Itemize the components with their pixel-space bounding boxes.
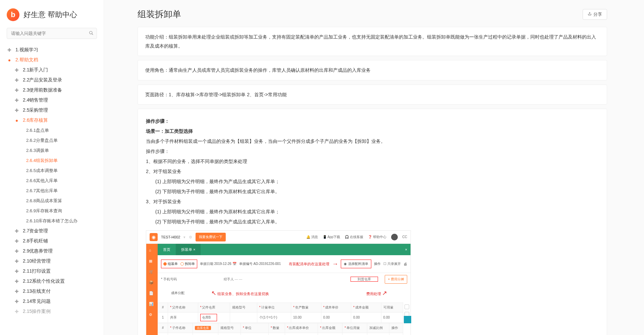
nav-label: 2.6.10库存账本错了怎么办 (26, 218, 77, 224)
nav-tree: ✚1.视频学习 ●2.帮助文档 ✚2.1新手入门 ✚2.2产品安装及登录 ✚2.… (7, 45, 97, 317)
td: 0.00 (318, 333, 342, 335)
ss-tab-doc: 拆装单 × (176, 244, 201, 255)
nav-2-6-5[interactable]: 2.6.5成本调整单 (7, 166, 97, 176)
svg-point-0 (90, 31, 92, 34)
nav-2-6-8[interactable]: 2.6.8商品成本重算 (7, 196, 97, 206)
nav-2-1[interactable]: ✚2.1新手入门 (7, 65, 97, 75)
nav-label: 2.11打印设置 (23, 268, 51, 274)
nav-label: 2.帮助文档 (15, 57, 38, 63)
th: 成本金额 (351, 303, 381, 313)
minus-icon: ● (14, 118, 19, 123)
td: 用品 1 (168, 333, 193, 335)
td: 0.00 (321, 313, 351, 323)
page-title: 组装拆卸单 (138, 8, 181, 20)
plus-icon: ✚ (14, 88, 19, 93)
nav-label: 2.10经营管理 (23, 258, 51, 264)
intro-text: 组装拆卸单用来处理企业组装或拆卸等加工业务，支持有固定装配清单的产品加工业务，也… (145, 34, 596, 49)
nav-2-6-6[interactable]: 2.6.6其他入库单 (7, 176, 97, 186)
ss-child-table: # 子件名称 出库仓库 规格型号 单位 数量 出库成本单价 出库金额 单位用量 (158, 323, 403, 335)
th: 操作 (389, 323, 403, 333)
td: 仓库B (200, 314, 217, 321)
nav-2-9[interactable]: ✚2.9优惠券管理 (7, 246, 97, 256)
ss-ops: 操作 (374, 261, 381, 267)
nav-2-6-10[interactable]: 2.6.10库存账本错了怎么办 (7, 216, 97, 226)
steps-sub: 操作步骤： (146, 147, 599, 156)
nav-2-15[interactable]: ✚2.15操作案例 (7, 306, 97, 317)
th: 加减比例 (367, 323, 389, 333)
th: 父件名称 (168, 303, 198, 313)
nav-2-4[interactable]: ✚2.4销售管理 (7, 95, 97, 105)
doc-icon: 📄 (149, 289, 155, 295)
nav-2-6-2[interactable]: 2.6.2分量盘点单 (7, 135, 97, 146)
nav-label: 2.12系统个性化设置 (23, 278, 65, 284)
close-icon: × (402, 244, 411, 255)
nav-2-5[interactable]: ✚2.5采购管理 (7, 105, 97, 115)
step3b: (2) 下部明细为子件明细，最终作为产成品生成其它入库单。 (146, 217, 599, 226)
ss-user: CC (402, 234, 407, 240)
ss-date-label: 单据日期 (200, 262, 213, 266)
nav-2-8[interactable]: ✚2.8手机旺铺 (7, 236, 97, 246)
nav-docs[interactable]: ●2.帮助文档 (7, 55, 97, 65)
nav-2-2[interactable]: ✚2.2产品安装及登录 (7, 75, 97, 85)
th: 计量单位 (257, 303, 291, 313)
nav-label: 2.6库存核算 (23, 117, 48, 123)
sidebar: b 好生意 帮助中心 ✚1.视频学习 ●2.帮助文档 ✚2.1新手入门 ✚2.2… (0, 0, 104, 335)
plus-icon: ✚ (14, 289, 19, 294)
share-button[interactable]: 分享 (583, 9, 607, 20)
nav-2-6-9[interactable]: 2.6.9库存账本查询 (7, 206, 97, 216)
grid-icon: ▦ (149, 257, 155, 263)
nav-2-10[interactable]: ✚2.10经营管理 (7, 256, 97, 266)
th: 出库成本单价 (285, 323, 318, 333)
path-label: 页面路径： (145, 92, 169, 97)
intro-label: 功能介绍： (145, 34, 169, 40)
nav-2-6-4[interactable]: 2.6.4组装拆卸单 (7, 156, 97, 166)
nav-2-6-7[interactable]: 2.6.7其他出库单 (7, 186, 97, 196)
nav-2-14[interactable]: ✚2.14常见问题 (7, 296, 97, 306)
ss-msg: 🔔 消息 (306, 234, 318, 240)
ss-tab-home: 首页 (158, 244, 176, 255)
ss-date-val: 2019-12-26 (214, 262, 231, 266)
embedded-screenshot: ◉ TEST-H002 ▾ ⚙ 我要免费试一下 🔔 消息 📱 App下载 🎧 在… (146, 230, 599, 335)
nav-video[interactable]: ✚1.视频学习 (7, 45, 97, 55)
ss-tabs: 首页 拆装单 × × (158, 244, 411, 255)
tool-icon (405, 304, 409, 309)
th: 成本单价 (321, 303, 351, 313)
nav-2-13[interactable]: ✚2.13在线支付 (7, 286, 97, 296)
nav-label: 2.6.5成本调整单 (26, 168, 58, 174)
share-label: 分享 (593, 11, 602, 17)
nav-label: 2.4销售管理 (23, 97, 48, 103)
nav-2-6-3[interactable]: 2.6.3调拨单 (7, 146, 97, 156)
step3: 3、对于拆装业务 (146, 197, 599, 206)
box-icon: 📦 (149, 279, 155, 285)
th: 单位用量 (342, 323, 367, 333)
nav-2-12[interactable]: ✚2.12系统个性化设置 (7, 276, 97, 286)
nav-2-3[interactable]: ✚2.3使用前数据准备 (7, 85, 97, 95)
ss-toolbar: 组装单 拆卸单 单据日期 2019-12-26 📅 单据编号 AD-201912… (158, 255, 411, 273)
ss-annot-mid: ↖ 组装业务、拆卸业务在这里切换 (211, 287, 269, 299)
ss-no-val: AD-20191226-001 (254, 262, 281, 266)
nav-label: 2.13在线支付 (23, 288, 51, 294)
intro-card: 功能介绍：组装拆卸单用来处理企业组装或拆卸等加工业务，支持有固定装配清单的产品加… (138, 27, 607, 56)
plus-icon: ✚ (14, 259, 19, 264)
ss-logo-icon: ◉ (150, 233, 158, 241)
scene-desc: 当由多个子件材料组装成一个成品的业务为【组装】业务，当由一个父件拆分成多个子产品… (146, 136, 599, 146)
search-icon[interactable] (89, 31, 94, 36)
nav-2-7[interactable]: ✚2.7资金管理 (7, 226, 97, 236)
nav-label: 2.6.2分量盘点单 (26, 137, 58, 144)
nav-2-11[interactable]: ✚2.11打印设置 (7, 266, 97, 276)
td: 20.00 (269, 333, 285, 335)
ss-side-icons (403, 302, 411, 335)
nav-label: 2.6.3调拨单 (26, 148, 49, 154)
search-input[interactable] (7, 28, 97, 39)
nav-label: 2.6.6其他入库单 (26, 178, 58, 184)
th: 子件名称 (168, 323, 193, 333)
nav-label: 2.6.9库存账本查询 (26, 208, 62, 214)
nav-2-6[interactable]: ●2.6库存核算 (7, 115, 97, 125)
nav-2-6-1[interactable]: 2.6.1盘点单 (7, 125, 97, 135)
gear-icon: ⚙ (149, 311, 155, 317)
th: 可用量 (381, 303, 403, 313)
ss-parent-table: # 父件名称 父件仓库 规格型号 计量单位 生产数量 成本单价 成本金额 可用量 (158, 302, 403, 323)
radio-label: 组装单 (168, 261, 178, 267)
brand-title: 好生意 帮助中心 (23, 10, 77, 20)
plus-icon: ✚ (14, 98, 19, 103)
